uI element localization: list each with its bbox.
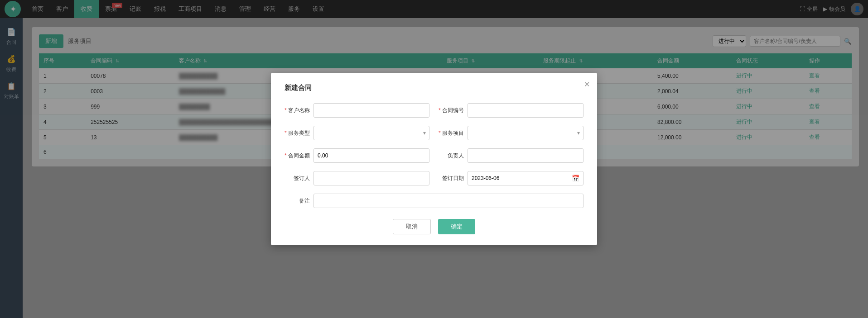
form-row-3: 合同金额 负责人 bbox=[285, 148, 583, 163]
contract-no-input[interactable] bbox=[468, 103, 583, 118]
amount-input[interactable] bbox=[313, 148, 429, 163]
service-item-label: 服务项目 bbox=[439, 129, 464, 137]
sign-date-input[interactable] bbox=[472, 175, 570, 181]
service-item-select[interactable] bbox=[468, 126, 583, 140]
form-actions: 取消 确定 bbox=[285, 219, 583, 234]
sign-date-label: 签订日期 bbox=[439, 175, 464, 182]
calendar-icon[interactable]: 📅 bbox=[572, 175, 579, 182]
service-type-select[interactable] bbox=[313, 126, 429, 140]
form-row-2: 服务类型 服务项目 bbox=[285, 126, 583, 140]
person-in-charge-label: 负责人 bbox=[439, 152, 464, 160]
service-type-select-wrapper bbox=[313, 126, 429, 140]
modal-overlay: ✕ 新建合同 客户名称 合同编号 服务类型 bbox=[0, 0, 868, 318]
amount-label: 合同金额 bbox=[285, 152, 310, 160]
person-in-charge-input[interactable] bbox=[468, 148, 583, 163]
form-field-contract-no: 合同编号 bbox=[439, 103, 583, 118]
confirm-button[interactable]: 确定 bbox=[438, 219, 475, 234]
cancel-button[interactable]: 取消 bbox=[393, 219, 431, 234]
service-type-label: 服务类型 bbox=[285, 129, 310, 137]
form-field-sign-date: 签订日期 📅 bbox=[439, 171, 583, 185]
customer-name-input[interactable] bbox=[313, 103, 429, 118]
sign-date-wrapper: 📅 bbox=[468, 171, 583, 185]
customer-name-label: 客户名称 bbox=[285, 107, 310, 114]
modal-title: 新建合同 bbox=[285, 84, 583, 92]
form-row-5: 备注 bbox=[285, 194, 583, 208]
form-field-customer-name: 客户名称 bbox=[285, 103, 429, 118]
form-row-1: 客户名称 合同编号 bbox=[285, 103, 583, 118]
form-field-person-in-charge: 负责人 bbox=[439, 148, 583, 163]
service-item-select-wrapper bbox=[468, 126, 583, 140]
form-field-signer: 签订人 bbox=[285, 171, 429, 185]
new-contract-modal: ✕ 新建合同 客户名称 合同编号 服务类型 bbox=[271, 73, 597, 245]
contract-no-label: 合同编号 bbox=[439, 107, 464, 114]
remark-input[interactable] bbox=[313, 194, 583, 208]
remark-label: 备注 bbox=[285, 197, 310, 205]
form-field-amount: 合同金额 bbox=[285, 148, 429, 163]
signer-label: 签订人 bbox=[285, 175, 310, 182]
form-field-service-type: 服务类型 bbox=[285, 126, 429, 140]
form-field-service-item: 服务项目 bbox=[439, 126, 583, 140]
modal-close-button[interactable]: ✕ bbox=[584, 80, 590, 89]
form-row-4: 签订人 签订日期 📅 bbox=[285, 171, 583, 185]
form-field-remark: 备注 bbox=[285, 194, 583, 208]
signer-input[interactable] bbox=[313, 171, 429, 185]
